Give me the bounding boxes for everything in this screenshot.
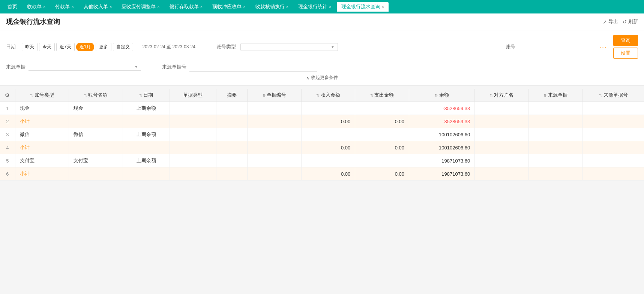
cell-income bbox=[301, 102, 355, 115]
cell-counterpart bbox=[475, 128, 529, 141]
date-btn-7days[interactable]: 近7天 bbox=[56, 43, 75, 51]
account-type-select[interactable]: ▼ bbox=[240, 43, 338, 51]
date-btn-yesterday[interactable]: 昨天 bbox=[22, 43, 38, 51]
cell-doc-type bbox=[170, 115, 216, 128]
date-range-display: 2023-02-24 至 2023-03-24 bbox=[142, 44, 195, 50]
th-date[interactable]: ⇅ 日期 bbox=[123, 89, 170, 102]
nav-bank-flow-close[interactable]: × bbox=[382, 4, 384, 9]
nav-receipt[interactable]: 收款单 × bbox=[23, 2, 50, 12]
cell-account-type: 小计 bbox=[15, 167, 69, 181]
th-income[interactable]: ⇅ 收入金额 bbox=[301, 89, 355, 102]
refresh-button[interactable]: ↺ 刷新 bbox=[623, 18, 638, 25]
nav-other-income[interactable]: 其他收入单 × bbox=[79, 2, 116, 12]
cell-balance: -3528659.33 bbox=[409, 102, 474, 115]
top-navigation: 首页 收款单 × 付款单 × 其他收入单 × 应收应付调整单 × 银行存取款单 … bbox=[0, 0, 644, 13]
nav-bank-transfer-close[interactable]: × bbox=[200, 4, 203, 9]
nav-collection[interactable]: 收款核销执行 × bbox=[251, 2, 293, 12]
source-doc-num-input[interactable] bbox=[189, 63, 317, 72]
th-source-doc-no[interactable]: ⇅ 来源单据号 bbox=[582, 89, 644, 102]
cell-summary bbox=[216, 154, 248, 167]
account-dots-button[interactable]: ··· bbox=[599, 43, 607, 51]
cell-summary bbox=[216, 141, 248, 154]
cell-balance: 19871073.60 bbox=[409, 154, 474, 167]
cell-source-doc bbox=[528, 115, 582, 128]
th-doc-no[interactable]: ⇅ 单据编号 bbox=[248, 89, 302, 102]
cell-account-type: 小计 bbox=[15, 141, 69, 154]
cell-source-doc-no bbox=[582, 102, 644, 115]
export-button[interactable]: ↗ 导出 bbox=[603, 18, 618, 25]
cell-income: 0.00 bbox=[301, 115, 355, 128]
th-summary: 摘要 bbox=[216, 89, 248, 102]
export-icon: ↗ bbox=[603, 19, 607, 25]
chevron-down-icon: ▼ bbox=[331, 45, 335, 49]
cell-expense: 0.00 bbox=[355, 141, 409, 154]
table-row: 4 小计 0.00 0.00 100102606.60 bbox=[0, 141, 644, 154]
nav-prepay[interactable]: 预收冲应收单 × bbox=[208, 2, 250, 12]
cell-doc-no bbox=[248, 167, 302, 181]
cell-account-type: 现金 bbox=[15, 102, 69, 115]
query-button[interactable]: 查询 bbox=[613, 35, 638, 46]
data-table-container: ⚙ ⇅ 账号类型 ⇅ 账号名称 ⇅ 日期 单据类型 摘要 ⇅ 单 bbox=[0, 89, 644, 181]
th-expense[interactable]: ⇅ 支出金额 bbox=[355, 89, 409, 102]
nav-other-income-close[interactable]: × bbox=[110, 4, 112, 9]
cell-date: 上期余额 bbox=[123, 154, 170, 167]
nav-adjustment[interactable]: 应收应付调整单 × bbox=[117, 2, 164, 12]
cell-source-doc bbox=[528, 154, 582, 167]
th-source-doc[interactable]: ⇅ 来源单据 bbox=[528, 89, 582, 102]
cell-row-num: 2 bbox=[0, 115, 15, 128]
table-row: 3 微信 微信 上期余额 100102606.60 bbox=[0, 128, 644, 141]
collapse-button[interactable]: ∧ 收起更多条件 bbox=[306, 75, 338, 81]
cell-row-num: 6 bbox=[0, 167, 15, 181]
cell-counterpart bbox=[475, 141, 529, 154]
th-account-type[interactable]: ⇅ 账号类型 bbox=[15, 89, 69, 102]
nav-collection-close[interactable]: × bbox=[286, 4, 288, 9]
account-type-label: 账号类型 bbox=[216, 43, 236, 50]
source-doc-label: 来源单据 bbox=[6, 64, 26, 70]
nav-bank-stats[interactable]: 现金银行统计 × bbox=[294, 2, 336, 12]
date-quick-buttons: 昨天 今天 近7天 近1月 更多 自定义 bbox=[22, 43, 133, 51]
cell-date: 上期余额 bbox=[123, 102, 170, 115]
cell-balance: 100102606.60 bbox=[409, 128, 474, 141]
nav-receipt-close[interactable]: × bbox=[43, 4, 45, 9]
th-settings[interactable]: ⚙ bbox=[0, 89, 15, 102]
cell-date bbox=[123, 167, 170, 181]
th-account-name[interactable]: ⇅ 账号名称 bbox=[69, 89, 123, 102]
date-btn-more[interactable]: 更多 bbox=[96, 43, 111, 51]
nav-payment-close[interactable]: × bbox=[71, 4, 74, 9]
th-counterpart[interactable]: ⇅ 对方户名 bbox=[475, 89, 529, 102]
cell-source-doc bbox=[528, 141, 582, 154]
page-header: 现金银行流水查询 ↗ 导出 ↺ 刷新 bbox=[0, 13, 644, 30]
nav-adjustment-close[interactable]: × bbox=[157, 4, 159, 9]
date-btn-today[interactable]: 今天 bbox=[39, 43, 55, 51]
cell-account-name: 现金 bbox=[69, 102, 123, 115]
nav-bank-transfer[interactable]: 银行存取款单 × bbox=[165, 2, 207, 12]
cell-source-doc bbox=[528, 128, 582, 141]
cell-summary bbox=[216, 102, 248, 115]
cell-source-doc-no bbox=[582, 128, 644, 141]
settings-button[interactable]: 设置 bbox=[613, 48, 638, 59]
cell-row-num: 1 bbox=[0, 102, 15, 115]
cell-counterpart bbox=[475, 154, 529, 167]
cell-source-doc-no bbox=[582, 141, 644, 154]
cell-source-doc bbox=[528, 167, 582, 181]
account-input[interactable] bbox=[520, 42, 595, 51]
date-btn-1month[interactable]: 近1月 bbox=[76, 43, 95, 51]
cell-account-type: 支付宝 bbox=[15, 154, 69, 167]
cell-summary bbox=[216, 115, 248, 128]
nav-prepay-close[interactable]: × bbox=[243, 4, 245, 9]
cell-income: 0.00 bbox=[301, 141, 355, 154]
cell-source-doc-no bbox=[582, 115, 644, 128]
source-doc-select[interactable]: ▼ bbox=[29, 63, 141, 71]
cell-date bbox=[123, 115, 170, 128]
cell-row-num: 5 bbox=[0, 154, 15, 167]
table-row: 1 现金 现金 上期余额 -3528659.33 bbox=[0, 102, 644, 115]
th-balance[interactable]: ⇅ 余额 bbox=[409, 89, 474, 102]
nav-bank-flow[interactable]: 现金银行流水查询 × bbox=[337, 2, 389, 12]
date-btn-custom[interactable]: 自定义 bbox=[113, 43, 133, 51]
cell-account-name: 微信 bbox=[69, 128, 123, 141]
nav-home[interactable]: 首页 bbox=[3, 2, 22, 12]
nav-payment[interactable]: 付款单 × bbox=[51, 2, 78, 12]
nav-bank-stats-close[interactable]: × bbox=[329, 4, 331, 9]
cell-source-doc-no bbox=[582, 154, 644, 167]
gear-icon[interactable]: ⚙ bbox=[5, 92, 10, 98]
